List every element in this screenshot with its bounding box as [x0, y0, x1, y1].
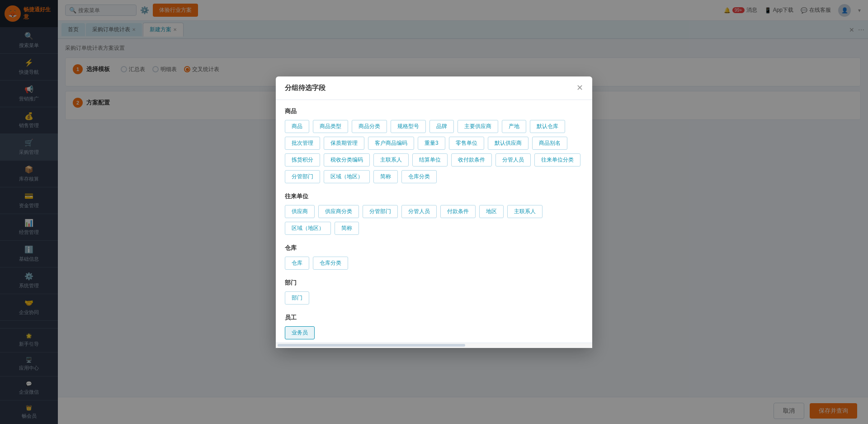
field-tag[interactable]: 简称 [373, 170, 398, 183]
field-tag-salesperson[interactable]: 业务员 [285, 326, 315, 339]
field-tag[interactable]: 分管人员 [401, 205, 437, 218]
scroll-thumb-horizontal [278, 344, 465, 347]
modal-body: 商品 商品 商品类型 商品分类 规格型号 品牌 主要供应商 产地 默认仓库 批次… [276, 100, 592, 343]
field-group-title-partner: 往来单位 [285, 192, 583, 200]
field-tag[interactable]: 拣货积分 [285, 153, 320, 167]
field-tag[interactable]: 供应商分类 [318, 205, 359, 218]
field-tag[interactable]: 产地 [502, 120, 526, 133]
modal-scroll-bar [276, 343, 592, 348]
field-tag[interactable]: 重量3 [418, 137, 445, 150]
field-tag[interactable]: 仓库分类 [401, 170, 437, 183]
modal-close-button[interactable]: ✕ [576, 84, 583, 92]
field-tag[interactable]: 分管部门 [363, 205, 398, 218]
field-tag[interactable]: 商品别名 [532, 137, 567, 150]
field-tag[interactable]: 商品分类 [352, 120, 387, 133]
field-tag[interactable]: 保质期管理 [324, 137, 364, 150]
field-tag[interactable]: 供应商 [285, 205, 315, 218]
field-group-title-employee: 员工 [285, 314, 583, 322]
field-group-title-warehouse: 仓库 [285, 244, 583, 252]
field-tag[interactable]: 默认供应商 [488, 137, 528, 150]
field-group-title-product: 商品 [285, 107, 583, 115]
field-tag[interactable]: 默认仓库 [530, 120, 565, 133]
field-group-department: 部门 部门 [285, 279, 583, 305]
field-tag[interactable]: 付款条件 [440, 205, 476, 218]
field-tag[interactable]: 区域（地区） [285, 222, 331, 235]
modal-header: 分组待选字段 ✕ [276, 76, 592, 100]
field-tag[interactable]: 结算单位 [412, 153, 448, 167]
field-group-partner: 往来单位 供应商 供应商分类 分管部门 分管人员 付款条件 地区 主联系人 区域… [285, 192, 583, 235]
field-tag[interactable]: 仓库分类 [313, 257, 348, 270]
field-tag[interactable]: 商品类型 [313, 120, 348, 133]
field-tags-partner: 供应商 供应商分类 分管部门 分管人员 付款条件 地区 主联系人 区域（地区） … [285, 205, 583, 235]
field-tag[interactable]: 区域（地区） [324, 170, 370, 183]
field-tag[interactable]: 主联系人 [373, 153, 409, 167]
field-group-employee: 员工 业务员 [285, 314, 583, 339]
modal: 分组待选字段 ✕ 商品 商品 商品类型 商品分类 规格型号 品牌 主要供应商 产… [276, 76, 592, 348]
field-group-product: 商品 商品 商品类型 商品分类 规格型号 品牌 主要供应商 产地 默认仓库 批次… [285, 107, 583, 183]
field-tags-department: 部门 [285, 291, 583, 305]
field-tag[interactable]: 收付款条件 [451, 153, 492, 167]
field-tag[interactable]: 往来单位分类 [534, 153, 580, 167]
field-tag[interactable]: 主要供应商 [458, 120, 498, 133]
field-tag[interactable]: 主联系人 [507, 205, 542, 218]
field-tags-warehouse: 仓库 仓库分类 [285, 257, 583, 270]
field-tag[interactable]: 零售单位 [449, 137, 484, 150]
field-tags-product: 商品 商品类型 商品分类 规格型号 品牌 主要供应商 产地 默认仓库 批次管理 … [285, 120, 583, 183]
field-tag[interactable]: 客户商品编码 [368, 137, 414, 150]
field-tag[interactable]: 分管人员 [495, 153, 531, 167]
field-tag[interactable]: 地区 [479, 205, 504, 218]
field-tag[interactable]: 批次管理 [285, 137, 320, 150]
field-tag[interactable]: 简称 [335, 222, 359, 235]
field-tag[interactable]: 商品 [285, 120, 309, 133]
field-tag[interactable]: 仓库 [285, 257, 309, 270]
field-tags-employee: 业务员 [285, 326, 583, 339]
modal-overlay[interactable]: 分组待选字段 ✕ 商品 商品 商品类型 商品分类 规格型号 品牌 主要供应商 产… [0, 0, 868, 424]
field-tag[interactable]: 规格型号 [391, 120, 426, 133]
field-tag[interactable]: 部门 [285, 291, 309, 305]
field-group-warehouse: 仓库 仓库 仓库分类 [285, 244, 583, 270]
field-tag[interactable]: 税收分类编码 [324, 153, 370, 167]
field-group-title-department: 部门 [285, 279, 583, 287]
field-tag[interactable]: 分管部门 [285, 170, 320, 183]
modal-title: 分组待选字段 [285, 84, 326, 92]
field-tag[interactable]: 品牌 [429, 120, 454, 133]
